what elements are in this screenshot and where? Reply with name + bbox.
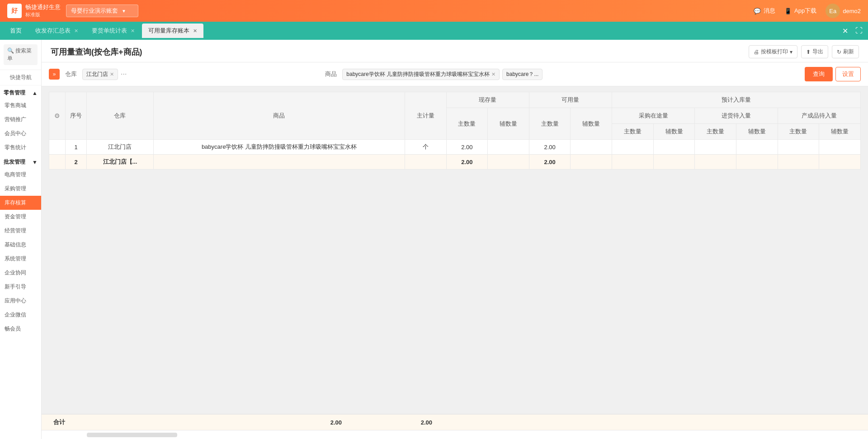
row1-avail-main: 2.00 — [529, 140, 571, 155]
row2-pur-aux — [653, 155, 695, 170]
sidebar: 🔍 搜索菜单 快捷导航 零售管理▲ 零售商城 营销推广 会员中心 零售统计 批发… — [0, 40, 42, 439]
row1-warehouse: 江北门店 — [87, 140, 154, 155]
avatar: Ea — [826, 4, 840, 18]
nav-tabs: 首页 收发存汇总表 ✕ 要货单统计表 ✕ 可用量库存账本 ✕ ✕ ⛶ — [0, 22, 868, 40]
remove-warehouse-tag-icon[interactable]: ✕ — [110, 71, 114, 77]
available-group-header: 可用量 — [529, 92, 612, 108]
sidebar-item-wechat[interactable]: 企业微信 — [0, 308, 41, 322]
goods-col-header: 商品 — [153, 92, 405, 140]
page-actions: 🖨 按模板打印 ▾ ⬆ 导出 ↻ 刷新 — [749, 45, 859, 58]
sidebar-section-retail[interactable]: 零售管理▲ — [0, 85, 41, 99]
sidebar-item-finance[interactable]: 资金管理 — [0, 210, 41, 224]
stock-group-header: 现存量 — [446, 92, 529, 108]
row2-warehouse: 江北门店【... — [87, 155, 154, 170]
sidebar-item-system[interactable]: 系统管理 — [0, 252, 41, 266]
chevron-right-icon: » — [53, 71, 56, 77]
query-button[interactable]: 查询 — [805, 67, 833, 81]
warehouse-tag[interactable]: 江北门店 ✕ — [82, 69, 118, 80]
close-icon[interactable]: ✕ — [74, 28, 78, 34]
sidebar-section-wholesale[interactable]: 批发管理▼ — [0, 155, 41, 168]
num-col-header: 序号 — [66, 92, 87, 140]
row1-settings — [49, 140, 66, 155]
avail-main-header: 主数量 — [529, 108, 571, 140]
row1-goods: babycare学饮杯 儿童防摔防撞吸管杯重力球吸嘴杯宝宝水杯 — [153, 140, 405, 155]
arr-aux-header: 辅数量 — [736, 124, 778, 140]
row2-unit — [405, 155, 446, 170]
summary-stock-main: 2.00 — [302, 419, 347, 426]
logo-subtitle: 标准版 — [25, 11, 61, 18]
sidebar-item-retail-stats[interactable]: 零售统计 — [0, 141, 41, 155]
table-footer: 合计 2.00 2.00 — [42, 414, 868, 430]
export-icon: ⬆ — [806, 49, 811, 55]
row2-stock-aux — [488, 155, 529, 170]
goods-tag-1-text: babycare学饮杯 儿童防摔防撞吸管杯重力球吸嘴杯宝宝水杯 — [346, 71, 490, 78]
goods-tag-2-text: babycare？... — [506, 71, 538, 78]
print-icon: 🖨 — [754, 49, 759, 55]
header-right: 💬 消息 📱 App下载 Ea demo2 — [754, 4, 861, 18]
tab-order-stats[interactable]: 要货单统计表 ✕ — [85, 24, 141, 38]
user-profile[interactable]: Ea demo2 — [826, 4, 861, 18]
filter-more-icon[interactable]: ··· — [121, 70, 127, 78]
sidebar-item-inventory[interactable]: 库存核算 — [0, 196, 41, 210]
warehouse-filter-label: 仓库 — [65, 70, 77, 78]
row1-avail-aux — [571, 140, 612, 155]
tab-receivables[interactable]: 收发存汇总表 ✕ — [29, 24, 85, 38]
sidebar-item-member-club[interactable]: 畅会员 — [0, 322, 41, 336]
table-wrapper: ⚙ 序号 仓库 商品 主计量 现存量 可用量 预计入库量 主数量 辅数量 主数量 — [42, 86, 868, 414]
message-action[interactable]: 💬 消息 — [754, 7, 775, 15]
expand-filter-btn[interactable]: » — [49, 69, 60, 80]
sidebar-item-quick-nav[interactable]: 快捷导航 — [0, 70, 41, 85]
sidebar-item-members[interactable]: 会员中心 — [0, 127, 41, 141]
row2-num: 2 — [66, 155, 87, 170]
close-icon[interactable]: ✕ — [131, 28, 135, 34]
row2-stock-main: 2.00 — [446, 155, 488, 170]
nav-tabs-right: ✕ ⛶ — [840, 25, 864, 37]
expand-icon[interactable]: ⛶ — [854, 25, 864, 37]
warehouse-filter-tags: 江北门店 ✕ ··· — [82, 69, 311, 80]
sidebar-item-enterprise[interactable]: 企业协同 — [0, 266, 41, 280]
goods-tag-2[interactable]: babycare？... — [502, 69, 542, 80]
row1-prod-aux — [819, 140, 861, 155]
row2-prod-aux — [819, 155, 861, 170]
setting-button[interactable]: 设置 — [835, 67, 861, 81]
remove-goods-tag-1-icon[interactable]: ✕ — [491, 71, 495, 77]
incoming-group-header: 预计入库量 — [612, 92, 861, 108]
arr-main-header: 主数量 — [695, 124, 736, 140]
tab-available-inventory[interactable]: 可用量库存账本 ✕ — [142, 24, 203, 38]
stock-aux-header: 辅数量 — [488, 108, 529, 140]
refresh-btn[interactable]: ↻ 刷新 — [832, 45, 859, 58]
sidebar-item-retail-mall[interactable]: 零售商城 — [0, 99, 41, 113]
sidebar-item-operations[interactable]: 经营管理 — [0, 224, 41, 238]
search-menu-btn[interactable]: 🔍 搜索菜单 — [4, 44, 38, 65]
gear-icon: ⚙ — [54, 112, 60, 119]
app-download-action[interactable]: 📱 App下载 — [784, 7, 816, 15]
store-name: 母婴行业演示账套 — [71, 7, 118, 15]
close-window-icon[interactable]: ✕ — [840, 25, 850, 37]
row1-stock-aux — [488, 140, 529, 155]
sidebar-item-basic-info[interactable]: 基础信息 — [0, 238, 41, 252]
row1-pur-main — [612, 140, 654, 155]
store-selector[interactable]: 母婴行业演示账套 ▼ — [66, 5, 138, 17]
settings-col-header[interactable]: ⚙ — [49, 92, 66, 140]
sidebar-item-newbie[interactable]: 新手引导 — [0, 280, 41, 294]
close-icon[interactable]: ✕ — [193, 28, 197, 34]
sidebar-item-marketing[interactable]: 营销推广 — [0, 113, 41, 127]
scrollbar-area[interactable] — [42, 430, 868, 439]
filter-bar: » 仓库 江北门店 ✕ ··· 商品 babycare学饮杯 儿童防摔防撞吸管杯… — [42, 62, 868, 86]
sidebar-item-purchase[interactable]: 采购管理 — [0, 182, 41, 196]
filter-actions: 查询 设置 — [805, 67, 861, 81]
sidebar-item-apps[interactable]: 应用中心 — [0, 294, 41, 308]
sidebar-item-ecommerce[interactable]: 电商管理 — [0, 168, 41, 182]
page-header: 可用量查询(按仓库+商品) 🖨 按模板打印 ▾ ⬆ 导出 ↻ 刷新 — [42, 40, 868, 62]
warehouse-tag-text: 江北门店 — [86, 71, 108, 78]
goods-tag-1[interactable]: babycare学饮杯 儿童防摔防撞吸管杯重力球吸嘴杯宝宝水杯 ✕ — [342, 69, 500, 80]
logo-text: 畅捷通好生意 标准版 — [25, 4, 61, 18]
data-table: ⚙ 序号 仓库 商品 主计量 现存量 可用量 预计入库量 主数量 辅数量 主数量 — [49, 92, 861, 170]
refresh-icon: ↻ — [837, 49, 841, 55]
logo-area: 好 畅捷通好生意 标准版 — [7, 4, 61, 18]
row2-prod-main — [778, 155, 819, 170]
tab-home[interactable]: 首页 — [4, 24, 28, 38]
export-btn[interactable]: ⬆ 导出 — [801, 45, 828, 58]
print-btn[interactable]: 🖨 按模板打印 ▾ — [749, 45, 797, 58]
unit-col-header: 主计量 — [405, 92, 446, 140]
